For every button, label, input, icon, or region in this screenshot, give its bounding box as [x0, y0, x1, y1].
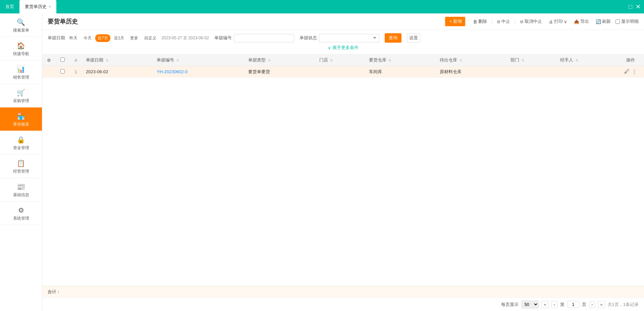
docno-input[interactable]	[234, 34, 294, 42]
row-edit-btn-0[interactable]: 🖊	[624, 69, 630, 75]
tab-home[interactable]: 首页	[0, 0, 19, 13]
action-add[interactable]: + 新增	[445, 17, 465, 26]
row-actions-cell-0: 🖊 ⋮	[617, 66, 644, 78]
page-label: 页	[582, 302, 586, 308]
sidebar-icon-quick-nav: 🏠	[17, 42, 25, 50]
action-delete[interactable]: 🗑删除	[471, 17, 489, 26]
row-checkbox-0[interactable]	[60, 69, 65, 74]
col-req-warehouse[interactable]: 要货仓库 ⇅	[366, 54, 436, 66]
per-page-label: 每页显示	[501, 302, 519, 308]
table-footer: 合计：	[42, 286, 644, 298]
col-doc-type[interactable]: 单据类型 ⇅	[245, 54, 316, 66]
col-department[interactable]: 部门 ⇅	[507, 54, 557, 66]
row-pending-warehouse-0: 原材料仓库	[436, 66, 507, 78]
action-export[interactable]: 📤导出	[572, 17, 591, 26]
date-btn-last7days[interactable]: 近7天	[95, 34, 110, 42]
date-btn-last1month[interactable]: 近1月	[112, 34, 127, 42]
show-detail-toggle[interactable]: 显示明细	[615, 18, 639, 25]
sidebar-item-operation-mgmt[interactable]: 📋 经营管理	[0, 154, 42, 178]
action-stop[interactable]: ⊘中止	[495, 17, 512, 26]
sort-doc-date-icon: ⇅	[106, 58, 108, 62]
window-controls: □ ✕	[629, 3, 644, 10]
col-settings[interactable]: ⚙	[42, 54, 56, 66]
last-page-btn[interactable]: »	[598, 301, 605, 308]
row-doc-date-0: 2023-06-02	[83, 66, 153, 78]
page-header: 要货单历史 + 新增🗑删除⊘中止⊘取消中止🖨打印 ∨📤导出🔄刷新显示明细	[42, 13, 644, 30]
col-doc-no[interactable]: 单据编号 ⇅	[153, 54, 245, 66]
sidebar-item-inventory[interactable]: 🏪 库存核算	[0, 107, 42, 131]
tab-close-requisition-history[interactable]: ×	[49, 4, 51, 9]
date-btn-today[interactable]: 今天	[81, 34, 94, 42]
prev-page-btn[interactable]: ‹	[551, 301, 557, 308]
sidebar-label-search-menu: 搜索菜单	[13, 28, 29, 33]
date-btn-custom[interactable]: 自定义	[142, 34, 159, 42]
sidebar-item-search-menu[interactable]: 🔍 搜索菜单	[0, 13, 42, 37]
expand-more-btn[interactable]: ∨ 展开更多条件	[48, 45, 639, 51]
page-input[interactable]	[567, 301, 579, 308]
filter-area: 单据日期 昨天今天近7天近1月更多自定义 2023-05-27 至 2023-0…	[42, 30, 644, 54]
date-range-text: 2023-05-27 至 2023-06-02	[161, 35, 209, 41]
row-store-0	[316, 66, 366, 78]
row-more-btn-0[interactable]: ⋮	[632, 69, 637, 75]
sidebar-icon-system-mgmt: ⚙	[18, 206, 24, 214]
table-header-row: ⚙ # 单据日期 ⇅ 单据编号 ⇅	[42, 54, 644, 66]
per-page-select[interactable]: 2050100	[521, 301, 539, 308]
select-all-checkbox[interactable]	[60, 57, 65, 62]
col-index: #	[69, 54, 83, 66]
footer-total-label: 合计：	[48, 289, 61, 295]
sidebar-icon-operation-mgmt: 📋	[17, 159, 25, 167]
sidebar-item-sales-mgmt[interactable]: 📊 销售管理	[0, 60, 42, 84]
sidebar-item-finance-mgmt[interactable]: 🔒 资金管理	[0, 131, 42, 154]
date-btn-yesterday[interactable]: 昨天	[67, 34, 80, 42]
date-buttons: 昨天今天近7天近1月更多自定义	[67, 34, 159, 42]
settings-button[interactable]: 设置	[407, 33, 420, 43]
expand-more-label: 展开更多条件	[332, 45, 359, 51]
status-select[interactable]	[319, 34, 379, 42]
row-req-warehouse-0: 车间库	[366, 66, 436, 78]
sidebar-item-purchase-mgmt[interactable]: 🛒 采购管理	[0, 84, 42, 107]
sidebar-label-operation-mgmt: 经营管理	[13, 169, 29, 174]
sidebar-item-quick-nav[interactable]: 🏠 快捷导航	[0, 37, 42, 60]
pagination-bar: 每页显示 2050100 « ‹ 第 页 › » 共1页，1条记录	[42, 298, 644, 311]
divider-1	[468, 19, 468, 24]
docno-label: 单据编号	[214, 35, 232, 41]
col-doc-date[interactable]: 单据日期 ⇅	[83, 54, 153, 66]
sidebar-icon-inventory: 🏪	[17, 112, 25, 120]
table-row[interactable]: 1 2023-06-02 YH-20230602-0 要货单要货 车间库 原材料…	[42, 66, 644, 78]
date-filter-label: 单据日期	[48, 35, 65, 41]
row-doc-no-0: YH-20230602-0	[153, 66, 245, 78]
row-department-0	[507, 66, 557, 78]
action-print[interactable]: 🖨打印 ∨	[547, 17, 569, 26]
divider-3	[515, 19, 515, 24]
date-btn-more[interactable]: 更多	[128, 34, 141, 42]
expand-chevron-icon: ∨	[328, 45, 331, 50]
col-store[interactable]: 门店 ⇅	[316, 54, 366, 66]
first-page-btn[interactable]: «	[541, 301, 548, 308]
col-handler[interactable]: 经手人 ⇅	[557, 54, 617, 66]
status-label: 单据状态	[300, 35, 317, 41]
col-pending-warehouse[interactable]: 待出仓库 ⇅	[436, 54, 507, 66]
sort-store-icon: ⇅	[330, 58, 333, 62]
sidebar-label-system-mgmt: 系统管理	[13, 216, 29, 221]
query-button[interactable]: 查询	[385, 33, 401, 43]
sidebar-label-basic-info: 基础信息	[13, 192, 29, 198]
action-cancel-stop[interactable]: ⊘取消中止	[518, 17, 544, 26]
action-refresh[interactable]: 🔄刷新	[594, 17, 613, 26]
show-detail-checkbox[interactable]	[615, 19, 620, 24]
sort-doc-type-icon: ⇅	[268, 58, 271, 62]
table-area: ⚙ # 单据日期 ⇅ 单据编号 ⇅	[42, 54, 644, 286]
main-layout: 🔍 搜索菜单 🏠 快捷导航 📊 销售管理 🛒 采购管理 🏪 库存核算 🔒 资金管…	[0, 13, 644, 311]
close-icon[interactable]: ✕	[636, 3, 641, 10]
row-doc-no-link-0[interactable]: YH-20230602-0	[157, 69, 187, 74]
tab-requisition-history[interactable]: 要货单历史×	[19, 0, 56, 13]
sidebar-label-purchase-mgmt: 采购管理	[13, 98, 29, 104]
print-dropdown-icon: ∨	[564, 19, 567, 24]
divider-2	[492, 19, 492, 24]
maximize-icon[interactable]: □	[629, 3, 632, 10]
content-area: 要货单历史 + 新增🗑删除⊘中止⊘取消中止🖨打印 ∨📤导出🔄刷新显示明细 单据日…	[42, 13, 644, 311]
sidebar-label-quick-nav: 快捷导航	[13, 51, 29, 57]
tab-bar: 首页要货单历史×	[0, 0, 56, 13]
sidebar-item-basic-info[interactable]: 📰 基础信息	[0, 178, 42, 202]
sidebar-item-system-mgmt[interactable]: ⚙ 系统管理	[0, 202, 42, 225]
next-page-btn[interactable]: ›	[589, 301, 595, 308]
